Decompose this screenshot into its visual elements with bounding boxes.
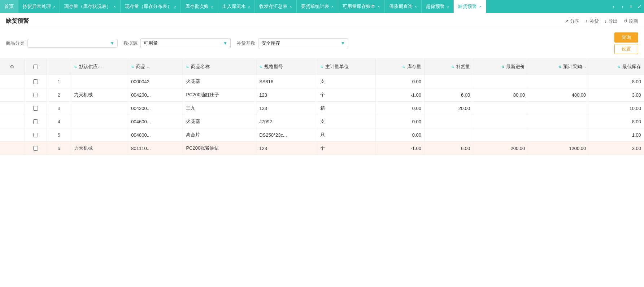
tab-stock-status-close[interactable]: × bbox=[113, 4, 116, 9]
tab-shortage-close[interactable]: × bbox=[479, 4, 481, 9]
tab-next-btn[interactable]: › bbox=[618, 0, 627, 13]
replenish-icon: + bbox=[585, 18, 588, 24]
replenish-base-filter: 补货基数 安全库存 ▼ bbox=[236, 38, 348, 48]
row-code: 0000042 bbox=[128, 75, 183, 88]
row-price: 200.00 bbox=[473, 142, 528, 155]
row-name: PC200张紧油缸 bbox=[183, 142, 256, 155]
tab-receive-summary[interactable]: 收发存汇总表 × bbox=[255, 0, 296, 13]
tab-stock-status[interactable]: 现存量（库存状况表） × bbox=[60, 0, 120, 13]
replenish-button[interactable]: + 补货 bbox=[585, 18, 599, 25]
col-code-header[interactable]: ⇅ 商品... bbox=[128, 59, 183, 75]
row-spec: 123 bbox=[256, 142, 317, 155]
col-supplier-header[interactable]: ⇅ 默认供应... bbox=[71, 59, 128, 75]
category-select[interactable]: ▼ bbox=[27, 39, 118, 48]
tab-avail-ledger[interactable]: 可用量库存账本 × bbox=[338, 0, 384, 13]
col-min-stock-header[interactable]: ⇅ 最低库存 bbox=[589, 59, 644, 75]
share-button[interactable]: ↗ 分享 bbox=[565, 18, 579, 25]
row-name: PC200油缸庄子 bbox=[183, 88, 256, 102]
header-actions: ↗ 分享 + 补货 ↓ 导出 ↺ 刷新 bbox=[565, 18, 638, 25]
col-replenish-header[interactable]: ⇅ 补货量 bbox=[425, 59, 473, 75]
tab-fullscreen-btn[interactable]: ⤢ bbox=[635, 0, 644, 13]
select-all-checkbox[interactable] bbox=[33, 65, 38, 69]
table-header-row: ⚙ ⇅ 默认供应... ⇅ 商品... bbox=[0, 59, 644, 75]
col-spec-header[interactable]: ⇅ 规格型号 bbox=[256, 59, 317, 75]
tab-shortage[interactable]: 缺货预警 × bbox=[454, 0, 486, 13]
row-stock: 0.00 bbox=[375, 75, 424, 88]
row-settings-cell bbox=[0, 142, 25, 155]
datasource-select[interactable]: 可用量 ▼ bbox=[140, 38, 231, 48]
row-settings-cell bbox=[0, 102, 25, 115]
page-title: 缺货预警 bbox=[6, 17, 29, 25]
tab-expiry[interactable]: 保质期查询 × bbox=[385, 0, 422, 13]
row-stock: 0.00 bbox=[375, 128, 424, 142]
row-name: 离合片 bbox=[183, 128, 256, 142]
row-price: 80.00 bbox=[473, 88, 528, 102]
row-checkbox[interactable] bbox=[33, 79, 38, 84]
col-estimated-header[interactable]: ⇅ 预计采购... bbox=[528, 59, 589, 75]
row-spec: 123 bbox=[256, 102, 317, 115]
row-estimated bbox=[528, 75, 589, 88]
row-check-cell bbox=[25, 88, 47, 102]
export-button[interactable]: ↓ 导出 bbox=[605, 18, 618, 25]
tab-home[interactable]: 首页 bbox=[0, 0, 18, 13]
row-check-cell bbox=[25, 102, 47, 115]
row-checkbox[interactable] bbox=[33, 146, 38, 151]
settings-button[interactable]: 设置 bbox=[614, 44, 638, 54]
query-button[interactable]: 查询 bbox=[614, 32, 638, 43]
refresh-button[interactable]: ↺ 刷新 bbox=[623, 18, 638, 25]
tab-stock-dist-close[interactable]: × bbox=[174, 4, 176, 9]
page-header: 缺货预警 ↗ 分享 + 补货 ↓ 导出 ↺ 刷新 bbox=[0, 13, 644, 28]
col-name-header[interactable]: ⇅ 商品名称 bbox=[183, 59, 256, 75]
row-spec: SS816 bbox=[256, 75, 317, 88]
row-estimated: 480.00 bbox=[528, 88, 589, 102]
sort-icon: ⇅ bbox=[259, 65, 262, 69]
tab-inout-close[interactable]: × bbox=[248, 4, 250, 9]
row-min-stock: 1.00 bbox=[589, 128, 644, 142]
tab-overstock[interactable]: 超储预警 × bbox=[422, 0, 454, 13]
col-price-header[interactable]: ⇅ 最新进价 bbox=[473, 59, 528, 75]
tab-expiry-close[interactable]: × bbox=[415, 4, 417, 9]
row-stock: 0.00 bbox=[375, 115, 424, 128]
row-spec: DS250*23c... bbox=[256, 128, 317, 142]
tab-receive-close[interactable]: × bbox=[290, 4, 292, 9]
tab-stock-dist[interactable]: 现存量（库存分布表） × bbox=[121, 0, 181, 13]
settings-icon[interactable]: ⚙ bbox=[8, 62, 17, 71]
filter-actions: 查询 设置 bbox=[614, 32, 638, 54]
row-checkbox[interactable] bbox=[33, 93, 38, 97]
tab-inout-flow[interactable]: 出入库流水 × bbox=[218, 0, 255, 13]
row-unit: 支 bbox=[317, 75, 376, 88]
row-code: 801110... bbox=[128, 142, 183, 155]
row-checkbox[interactable] bbox=[33, 119, 38, 124]
row-settings-cell bbox=[0, 75, 25, 88]
row-check-cell bbox=[25, 75, 47, 88]
tab-avail-close[interactable]: × bbox=[378, 4, 380, 9]
tab-order-close[interactable]: × bbox=[331, 4, 334, 9]
row-checkbox[interactable] bbox=[33, 106, 38, 111]
tab-batch-close[interactable]: × bbox=[211, 4, 213, 9]
sort-icon: ⇅ bbox=[617, 65, 620, 69]
tab-batch[interactable]: 库存批次账 × bbox=[181, 0, 218, 13]
row-replenish bbox=[425, 75, 473, 88]
replenish-base-label: 补货基数 bbox=[236, 40, 255, 47]
row-code: 004800... bbox=[128, 128, 183, 142]
row-price bbox=[473, 128, 528, 142]
tab-prev-btn[interactable]: ‹ bbox=[609, 0, 618, 13]
row-num: 2 bbox=[47, 88, 71, 102]
row-checkbox[interactable] bbox=[33, 133, 38, 137]
col-unit-header[interactable]: ⇅ 主计量单位 bbox=[317, 59, 376, 75]
replenish-base-select[interactable]: 安全库存 ▼ bbox=[258, 38, 348, 48]
tab-order-stat[interactable]: 要货单统计表 × bbox=[297, 0, 338, 13]
tab-abnormal[interactable]: 拣货异常处理 × bbox=[18, 0, 60, 13]
row-name: 三九 bbox=[183, 102, 256, 115]
export-icon: ↓ bbox=[605, 18, 607, 24]
col-settings[interactable]: ⚙ bbox=[0, 59, 25, 75]
row-supplier bbox=[71, 115, 128, 128]
col-stock-header[interactable]: ⇅ 库存量 bbox=[375, 59, 424, 75]
tab-overstock-close[interactable]: × bbox=[447, 4, 449, 9]
row-settings-cell bbox=[0, 115, 25, 128]
tab-abnormal-close[interactable]: × bbox=[53, 4, 55, 9]
table-row: 2 力天机械 004200... PC200油缸庄子 123 个 -1.00 6… bbox=[0, 88, 644, 102]
tab-close-all-btn[interactable]: × bbox=[627, 0, 635, 13]
row-unit: 只 bbox=[317, 128, 376, 142]
data-table: ⚙ ⇅ 默认供应... ⇅ 商品... bbox=[0, 59, 644, 155]
